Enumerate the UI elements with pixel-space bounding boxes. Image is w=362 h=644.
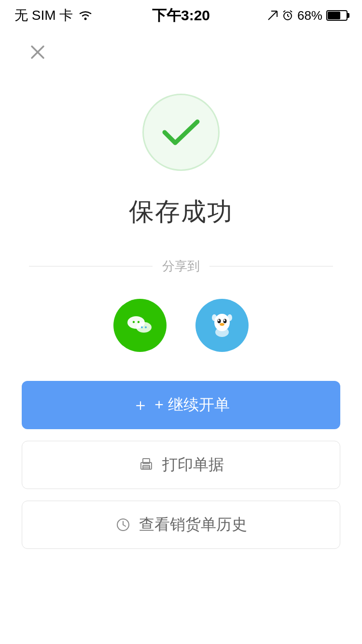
divider-left [29, 266, 153, 266]
plus-icon: ＋ [132, 394, 149, 416]
history-label: 查看销货单历史 [139, 514, 247, 535]
close-button[interactable] [24, 39, 51, 66]
qq-share-button[interactable] [195, 299, 249, 352]
continue-button[interactable]: ＋ + 继续开单 [22, 381, 340, 429]
svg-point-19 [220, 323, 224, 326]
battery-icon [326, 10, 348, 21]
svg-point-12 [141, 326, 143, 328]
status-time: 下午3:20 [152, 6, 210, 26]
svg-point-11 [138, 321, 139, 323]
svg-line-4 [283, 11, 285, 12]
action-buttons: ＋ + 继续开单 打印单据 [22, 381, 340, 549]
svg-line-3 [288, 16, 289, 17]
wechat-icon [124, 309, 156, 342]
clock-history-icon [115, 517, 131, 533]
printer-icon [138, 457, 154, 473]
print-button[interactable]: 打印单据 [22, 441, 340, 489]
svg-point-15 [218, 319, 221, 323]
no-sim-label: 无 SIM 卡 [14, 6, 73, 25]
svg-point-21 [212, 314, 217, 321]
share-section: 分享到 [0, 258, 362, 352]
svg-line-5 [290, 11, 292, 12]
svg-point-22 [227, 314, 232, 321]
svg-point-20 [215, 327, 229, 337]
alarm-icon [282, 10, 293, 21]
share-divider: 分享到 [0, 258, 362, 275]
svg-point-18 [224, 320, 225, 322]
continue-label: + 继续开单 [154, 394, 230, 416]
share-icons [113, 299, 249, 352]
status-left: 无 SIM 卡 [14, 6, 93, 25]
divider-right [209, 266, 333, 266]
svg-point-10 [133, 321, 135, 323]
success-title: 保存成功 [129, 195, 233, 229]
history-button[interactable]: 查看销货单历史 [22, 501, 340, 549]
status-right: 68% [267, 8, 348, 23]
share-label: 分享到 [153, 258, 209, 275]
svg-point-17 [218, 320, 220, 322]
svg-point-16 [223, 319, 227, 323]
svg-line-30 [123, 525, 125, 526]
wifi-icon [78, 10, 93, 21]
wechat-share-button[interactable] [113, 299, 167, 352]
qq-icon [206, 309, 238, 342]
svg-point-0 [84, 18, 87, 20]
svg-point-9 [136, 322, 152, 333]
location-icon [267, 10, 278, 21]
close-icon [29, 43, 46, 61]
status-bar: 无 SIM 卡 下午3:20 68% [0, 0, 362, 31]
battery-pct: 68% [297, 8, 322, 23]
svg-rect-25 [143, 465, 150, 469]
success-circle [142, 94, 220, 171]
checkmark-icon [162, 118, 200, 147]
svg-point-13 [145, 326, 147, 328]
main-content: 保存成功 分享到 [0, 31, 362, 549]
print-label: 打印单据 [162, 454, 224, 476]
